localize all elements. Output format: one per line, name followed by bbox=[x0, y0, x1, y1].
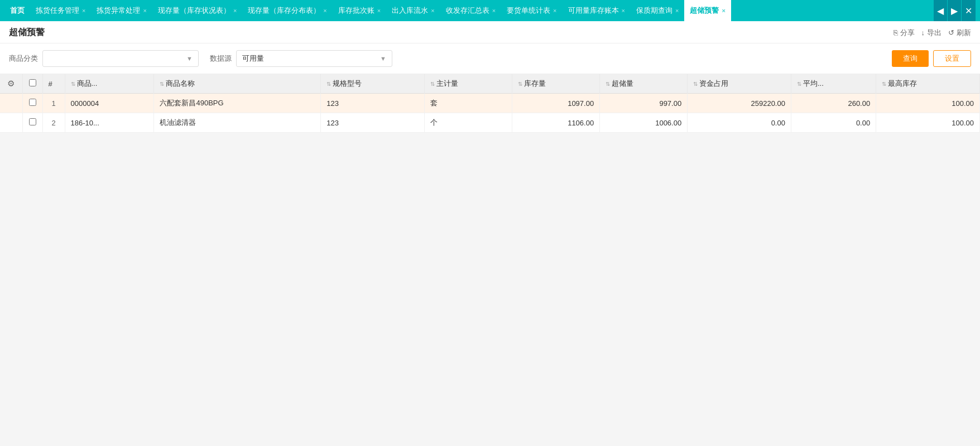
row-num-0: 1 bbox=[42, 94, 65, 113]
tab-jinhuo[interactable]: 拣货任务管理 × bbox=[30, 0, 91, 21]
table-header-row: ⚙ # ⇅ 商品... ⇅ bbox=[0, 74, 980, 94]
datasource-filter: 数据源 可用量 ▼ bbox=[210, 50, 392, 67]
export-icon: ↓ bbox=[921, 28, 925, 37]
datasource-arrow-icon: ▼ bbox=[380, 55, 386, 62]
page-title: 超储预警 bbox=[9, 27, 45, 38]
row-unit-1: 个 bbox=[425, 113, 512, 133]
nav-arrow-close[interactable]: ✕ bbox=[962, 0, 976, 21]
row-spec-1: 123 bbox=[321, 113, 425, 133]
row-checkbox-0[interactable] bbox=[29, 99, 36, 106]
close-tab-baozhi[interactable]: × bbox=[675, 7, 679, 14]
tab-keyong[interactable]: 可用量库存账本 × bbox=[563, 0, 631, 21]
tab-yaohuo[interactable]: 要货单统计表 × bbox=[501, 0, 562, 21]
share-icon: ⎘ bbox=[893, 28, 898, 37]
close-tab-yaohuo[interactable]: × bbox=[553, 7, 556, 14]
col-settings-header: ⚙ bbox=[0, 74, 22, 94]
sort-icon-capital: ⇅ bbox=[693, 81, 698, 87]
row-settings-cell-0 bbox=[0, 94, 22, 113]
col-product-name-header[interactable]: ⇅ 商品名称 bbox=[154, 74, 321, 94]
col-checkbox-header bbox=[22, 74, 42, 94]
nav-arrow-left[interactable]: ◀ bbox=[934, 0, 947, 21]
set-button[interactable]: 设置 bbox=[933, 50, 971, 67]
row-avg-1: 0.00 bbox=[791, 113, 876, 133]
sort-icon-maxstock: ⇅ bbox=[882, 81, 886, 87]
nav-arrows: ◀ ▶ ✕ bbox=[933, 0, 976, 21]
share-button[interactable]: ⎘ 分享 bbox=[893, 28, 915, 38]
export-button[interactable]: ↓ 导出 bbox=[921, 28, 942, 38]
tab-xianzun-status[interactable]: 现存量（库存状况表） × bbox=[152, 0, 242, 21]
nav-arrow-right[interactable]: ▶ bbox=[948, 0, 961, 21]
row-avg-0: 260.00 bbox=[791, 94, 876, 113]
row-product-code-0: 0000004 bbox=[65, 94, 154, 113]
row-product-code-1: 186-10... bbox=[65, 113, 154, 133]
row-stock-1: 1106.00 bbox=[512, 113, 600, 133]
row-unit-0: 套 bbox=[425, 94, 512, 113]
tab-chaochun[interactable]: 超储预警 × bbox=[684, 0, 731, 21]
col-product-code-header[interactable]: ⇅ 商品... bbox=[65, 74, 154, 94]
col-maxstock-header[interactable]: ⇅ 最高库存 bbox=[876, 74, 980, 94]
refresh-icon: ↺ bbox=[948, 28, 954, 37]
row-checkbox-1[interactable] bbox=[29, 118, 36, 125]
data-table-container: ⚙ # ⇅ 商品... ⇅ bbox=[0, 74, 980, 133]
nav-home[interactable]: 首页 bbox=[4, 0, 30, 21]
close-tab-yichang[interactable]: × bbox=[143, 7, 146, 14]
product-category-filter: 商品分类 ▼ bbox=[9, 50, 199, 67]
row-spec-0: 123 bbox=[321, 94, 425, 113]
tab-xianzun-dist[interactable]: 现存量（库存分布表） × bbox=[242, 0, 332, 21]
col-num-header[interactable]: # bbox=[42, 74, 65, 94]
close-tab-churu[interactable]: × bbox=[431, 7, 434, 14]
row-maxstock-0: 100.00 bbox=[876, 94, 980, 113]
product-category-select[interactable]: ▼ bbox=[42, 50, 199, 67]
close-tab-pipizh[interactable]: × bbox=[377, 7, 381, 14]
sort-icon-overstock: ⇅ bbox=[606, 81, 610, 87]
sort-icon-unit: ⇅ bbox=[430, 81, 435, 87]
filter-actions: 查询 设置 bbox=[892, 50, 971, 67]
col-overstock-header[interactable]: ⇅ 超储量 bbox=[600, 74, 688, 94]
sort-icon-stock: ⇅ bbox=[518, 81, 522, 87]
row-product-name-0: 六配套新昌490BPG bbox=[154, 94, 321, 113]
sort-icon-product-name: ⇅ bbox=[160, 81, 164, 87]
tab-yichang[interactable]: 拣货异常处理 × bbox=[91, 0, 152, 21]
settings-icon[interactable]: ⚙ bbox=[7, 79, 15, 88]
tab-churu[interactable]: 出入库流水 × bbox=[386, 0, 440, 21]
close-tab-chaochun[interactable]: × bbox=[722, 7, 725, 14]
product-category-label: 商品分类 bbox=[9, 54, 38, 64]
table-row: 2 186-10... 机油滤清器 123 个 1106.00 1006.00 … bbox=[0, 113, 980, 133]
tab-pipizh[interactable]: 库存批次账 × bbox=[333, 0, 386, 21]
query-button[interactable]: 查询 bbox=[892, 50, 929, 67]
col-unit-header[interactable]: ⇅ 主计量 bbox=[425, 74, 512, 94]
data-table: ⚙ # ⇅ 商品... ⇅ bbox=[0, 74, 980, 133]
refresh-button[interactable]: ↺ 刷新 bbox=[948, 28, 971, 38]
close-tab-keyong[interactable]: × bbox=[622, 7, 625, 14]
col-stock-header[interactable]: ⇅ 库存量 bbox=[512, 74, 600, 94]
close-tab-shoufasun[interactable]: × bbox=[492, 7, 496, 14]
header-actions: ⎘ 分享 ↓ 导出 ↺ 刷新 bbox=[893, 28, 972, 38]
close-tab-xianzun-dist[interactable]: × bbox=[323, 7, 326, 14]
sort-icon-product-code: ⇅ bbox=[71, 81, 75, 87]
page-header: 超储预警 ⎘ 分享 ↓ 导出 ↺ 刷新 bbox=[0, 21, 980, 43]
col-avg-header[interactable]: ⇅ 平均... bbox=[791, 74, 876, 94]
row-maxstock-1: 100.00 bbox=[876, 113, 980, 133]
row-settings-cell-1 bbox=[0, 113, 22, 133]
table-row: 1 0000004 六配套新昌490BPG 123 套 1097.00 997.… bbox=[0, 94, 980, 113]
datasource-label: 数据源 bbox=[210, 54, 232, 64]
row-stock-0: 1097.00 bbox=[512, 94, 600, 113]
close-tab-jinhuo[interactable]: × bbox=[82, 7, 85, 14]
tab-baozhi[interactable]: 保质期查询 × bbox=[631, 0, 684, 21]
row-overstock-1: 1006.00 bbox=[600, 113, 688, 133]
row-capital-0: 259220.00 bbox=[688, 94, 791, 113]
datasource-select[interactable]: 可用量 ▼ bbox=[236, 50, 392, 67]
sort-icon-avg: ⇅ bbox=[797, 81, 801, 87]
row-checkbox-cell-1 bbox=[22, 113, 42, 133]
select-all-checkbox[interactable] bbox=[29, 79, 36, 86]
row-overstock-0: 997.00 bbox=[600, 94, 688, 113]
top-navigation: 首页 拣货任务管理 × 拣货异常处理 × 现存量（库存状况表） × 现存量（库存… bbox=[0, 0, 980, 21]
filter-bar: 商品分类 ▼ 数据源 可用量 ▼ 查询 设置 bbox=[0, 43, 980, 74]
row-checkbox-cell-0 bbox=[22, 94, 42, 113]
datasource-value: 可用量 bbox=[242, 54, 264, 64]
col-spec-header[interactable]: ⇅ 规格型号 bbox=[321, 74, 425, 94]
col-capital-header[interactable]: ⇅ 资金占用 bbox=[688, 74, 791, 94]
close-tab-xianzun-status[interactable]: × bbox=[233, 7, 237, 14]
tab-shoufasun[interactable]: 收发存汇总表 × bbox=[440, 0, 501, 21]
row-product-name-1: 机油滤清器 bbox=[154, 113, 321, 133]
